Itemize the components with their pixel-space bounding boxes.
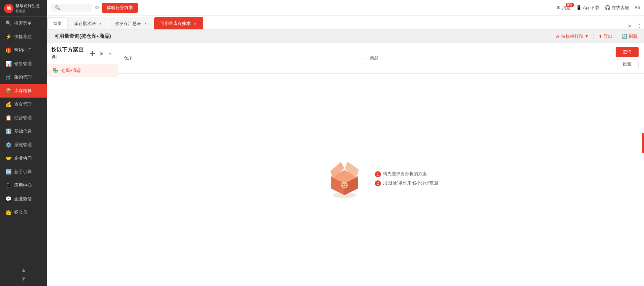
page-header: 可用量查询(按仓库+商品) 🖨 按模板打印 ▼ | ⬆ 导出 | 🔄 刷新: [47, 30, 644, 43]
svg-point-8: [345, 184, 346, 185]
scroll-up-btn[interactable]: ▲: [0, 266, 47, 275]
brand-sub: 标准版: [16, 9, 40, 14]
mobile-icon: 📱: [5, 182, 11, 188]
panel-header: 按以下方案查询 ➕ ⚙ «: [47, 43, 118, 64]
step-num-1: 1: [375, 171, 381, 177]
username[interactable]: Rit: [635, 5, 640, 10]
crown-icon: 👑: [5, 209, 11, 215]
brand-info: 畅康通好生意 标准版: [16, 3, 40, 14]
sidebar-item-appstore[interactable]: 📱 应用中心: [0, 179, 47, 192]
sidebar-item-system[interactable]: ⚙️ 系统管理: [0, 138, 47, 152]
export-btn[interactable]: ⬆ 导出: [598, 33, 612, 40]
refresh-btn[interactable]: 🔄 刷新: [622, 33, 637, 40]
step-num-2: 2: [375, 180, 381, 186]
sidebar-item-label: 资金管理: [14, 101, 32, 107]
service-label: 在线客服: [612, 5, 629, 11]
tab-summary[interactable]: 收发存汇总表 ×: [109, 17, 154, 29]
sidebar-item-marketing[interactable]: 🎁 营销推广: [0, 44, 47, 57]
sidebar-item-sales[interactable]: 📊 销售管理: [0, 57, 47, 71]
scrollbar-indicator[interactable]: [642, 133, 644, 153]
settings-scheme-btn[interactable]: ⚙: [98, 50, 105, 57]
sidebar-item-shortcut[interactable]: ⚡ 快捷导航: [0, 30, 47, 44]
print-label: 按模板打印: [561, 33, 583, 40]
settings-icon[interactable]: ⚙: [95, 4, 99, 11]
warehouse-more-btn[interactable]: ···: [360, 55, 364, 61]
search-icon: 🔍: [55, 5, 60, 10]
tab-available[interactable]: 可用量库存账本 ×: [154, 17, 203, 29]
sidebar-item-guide[interactable]: 🆕 新手引导: [0, 165, 47, 179]
collapse-panel-btn[interactable]: «: [107, 50, 114, 57]
search-input[interactable]: [61, 5, 88, 10]
sidebar-item-purchase[interactable]: 🛒 采购管理: [0, 71, 47, 84]
phone-icon: 📱: [576, 5, 582, 10]
empty-step2: 2 用[过滤]条件来缩小分析范围: [375, 180, 438, 186]
sidebar-item-inventory[interactable]: 📦 库存核算: [0, 84, 47, 98]
query-button[interactable]: 查询: [616, 47, 639, 57]
add-scheme-btn[interactable]: ➕: [89, 50, 96, 57]
cart-icon: 🛒: [5, 74, 11, 80]
scroll-down-btn[interactable]: ▼: [0, 275, 47, 283]
sidebar-item-label: 基础信息: [14, 128, 32, 134]
divider1: |: [593, 33, 594, 40]
sidebar-item-label: 畅会员: [14, 209, 27, 215]
scheme-warehouse-product[interactable]: 🏪 仓库+商品: [47, 64, 118, 77]
headset-icon: 🎧: [605, 5, 610, 10]
sidebar-item-wechat[interactable]: 💬 企业微信: [0, 192, 47, 206]
tab-expand-btn[interactable]: ⛶: [635, 23, 640, 29]
tabs-right-actions: ✕ ⛶: [623, 23, 644, 29]
svg-point-6: [341, 182, 348, 188]
sidebar-item-label: 新手引导: [14, 169, 32, 175]
tab-home[interactable]: 首页: [47, 17, 68, 29]
tabs-bar: 首页 库存批次账 × 收发存汇总表 × 可用量库存账本 × ✕ ⛶: [47, 16, 644, 30]
gear-icon: ⚙️: [5, 142, 11, 148]
tab-batch-close[interactable]: ×: [98, 21, 103, 26]
sidebar-item-enterprise[interactable]: 🤝 企业协同: [0, 152, 47, 165]
empty-state: 1 请先选择要分析的方案 2 用[过滤]条件来缩小分析范围: [118, 74, 644, 286]
box-icon: 📦: [5, 88, 11, 94]
product-label: 商品: [370, 55, 379, 61]
refresh-icon: 🔄: [622, 34, 627, 39]
divider2: |: [616, 33, 618, 40]
handshake-icon: 🤝: [5, 155, 11, 161]
sidebar-item-label: 应用中心: [14, 182, 32, 188]
brand-name: 畅康通好生意: [16, 3, 40, 9]
warehouse-input[interactable]: [134, 54, 358, 62]
message-icon: ✉: [557, 5, 561, 10]
empty-step1: 1 请先选择要分析的方案: [375, 171, 438, 177]
sidebar-item-search[interactable]: 🔍 搜索菜单: [0, 17, 47, 30]
svg-point-7: [342, 184, 344, 185]
tab-batch-label: 库存批次账: [74, 21, 96, 27]
sidebar-item-vip[interactable]: 👑 畅会员: [0, 206, 47, 219]
tab-close-all-btn[interactable]: ✕: [627, 23, 632, 29]
sidebar-item-operations[interactable]: 📋 经营管理: [0, 111, 47, 125]
print-template-btn[interactable]: 🖨 按模板打印 ▼: [556, 33, 589, 40]
app-download-btn[interactable]: 📱 App下载: [576, 5, 599, 11]
sidebar: 畅 畅康通好生意 标准版 🔍 搜索菜单 ⚡ 快捷导航 🎁 营销推广 📊 销售管理…: [0, 0, 47, 286]
info-icon: ℹ️: [5, 128, 11, 134]
message-badge: 99+: [566, 3, 574, 7]
sidebar-item-label: 企业协同: [14, 155, 32, 161]
new-icon: 🆕: [5, 169, 11, 175]
sidebar-bottom: ▲ ▼: [0, 263, 47, 286]
service-btn[interactable]: 🎧 在线客服: [605, 5, 629, 11]
product-more-btn[interactable]: ···: [606, 55, 610, 61]
sidebar-item-finance[interactable]: 💰 资金管理: [0, 98, 47, 111]
store-icon: 🏪: [53, 68, 58, 73]
sidebar-item-label: 经营管理: [14, 115, 32, 121]
tab-available-label: 可用量库存账本: [160, 21, 191, 27]
sidebar-item-label: 营销推广: [14, 47, 32, 53]
trial-button[interactable]: 体验行业方案: [102, 3, 138, 13]
tab-available-close[interactable]: ×: [193, 21, 198, 26]
left-panel: 按以下方案查询 ➕ ⚙ « 🏪 仓库+商品: [47, 43, 118, 286]
product-input[interactable]: [381, 54, 604, 62]
brand-icon: 畅: [4, 4, 14, 13]
scheme-label: 仓库+商品: [61, 68, 81, 74]
tab-batch[interactable]: 库存批次账 ×: [68, 17, 108, 29]
topbar: 🔍 ⚙ 体验行业方案 ✉ 消息 99+ 📱 App下载 🎧 在线客服 Rit: [47, 0, 644, 16]
tab-summary-close[interactable]: ×: [143, 21, 148, 26]
settings-button[interactable]: 设置: [616, 59, 639, 69]
sidebar-item-basic[interactable]: ℹ️ 基础信息: [0, 125, 47, 138]
search-box[interactable]: 🔍: [51, 4, 92, 11]
message-btn[interactable]: ✉ 消息 99+: [557, 5, 571, 11]
gift-icon: 🎁: [5, 47, 11, 53]
